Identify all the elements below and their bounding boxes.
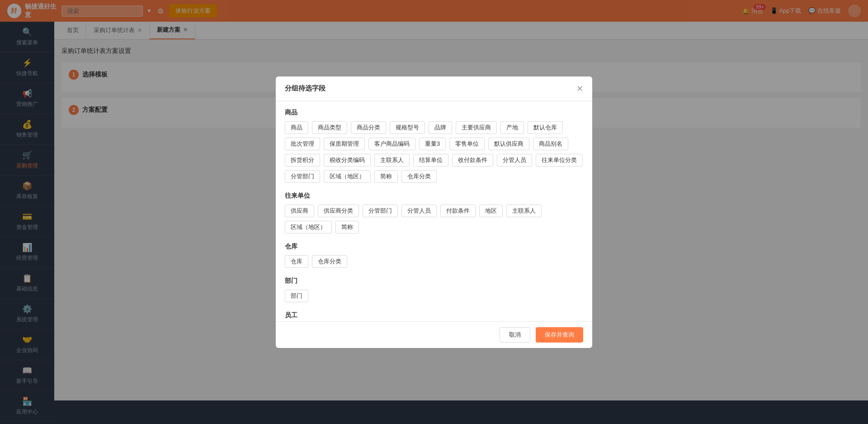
field-tag-default-supplier[interactable]: 默认供应商 [488,138,529,150]
field-tag-short-name2[interactable]: 简称 [335,221,359,233]
dialog-footer: 取消 保存并查询 [276,321,592,348]
field-tag-customer-code[interactable]: 客户商品编码 [368,138,415,150]
field-tag-product[interactable]: 商品 [285,121,308,134]
field-tag-region[interactable]: 地区 [479,205,503,217]
field-tag-unpack-points[interactable]: 拆货积分 [285,154,320,167]
field-tag-batch-mgmt[interactable]: 批次管理 [285,138,320,150]
save-query-button[interactable]: 保存并查询 [536,327,583,343]
field-tag-settlement-unit[interactable]: 结算单位 [413,154,448,167]
field-tag-warehouse-type[interactable]: 仓库分类 [312,255,347,268]
field-tag-default-warehouse[interactable]: 默认仓库 [528,121,563,134]
section-product-title: 商品 [285,109,583,117]
field-tag-product-type[interactable]: 商品类型 [312,121,347,134]
field-tag-main-supplier[interactable]: 主要供应商 [456,121,497,134]
field-tag-warehouse[interactable]: 仓库 [285,255,308,268]
field-tag-spec-model[interactable]: 规格型号 [390,121,425,134]
modal-overlay[interactable]: 分组待选字段 ✕ 商品 商品 商品类型 商品分类 规格型号 品牌 主要供应商 产… [0,0,868,424]
section-employee: 员工 业务员 [285,311,583,321]
field-tag-brand[interactable]: 品牌 [429,121,452,134]
section-warehouse-title: 仓库 [285,243,583,251]
field-tag-payment-terms[interactable]: 收付款条件 [452,154,493,167]
field-tag-region-area2[interactable]: 区域（地区） [285,221,332,233]
dialog-header: 分组待选字段 ✕ [276,76,592,101]
section-warehouse: 仓库 仓库 仓库分类 [285,243,583,268]
dialog-close-button[interactable]: ✕ [576,84,583,94]
field-tag-partner-category[interactable]: 往来单位分类 [536,154,583,167]
field-tag-alias[interactable]: 商品别名 [533,138,568,150]
field-tag-expiry-mgmt[interactable]: 保质期管理 [324,138,365,150]
field-tag-partner-supervisor[interactable]: 分管人员 [401,205,437,217]
section-product: 商品 商品 商品类型 商品分类 规格型号 品牌 主要供应商 产地 默认仓库 批次… [285,109,583,183]
field-tag-tax-code[interactable]: 税收分类编码 [324,154,371,167]
field-tag-warehouse-category[interactable]: 仓库分类 [401,170,437,183]
dialog-body: 商品 商品 商品类型 商品分类 规格型号 品牌 主要供应商 产地 默认仓库 批次… [276,101,592,321]
field-tag-dept-mgmt[interactable]: 分管部门 [285,170,320,183]
field-tag-region-area[interactable]: 区域（地区） [324,170,371,183]
field-tag-weight3[interactable]: 重量3 [419,138,446,150]
dialog-title: 分组待选字段 [285,84,326,93]
field-tag-department[interactable]: 部门 [285,290,308,302]
field-tag-payment-condition[interactable]: 付款条件 [440,205,476,217]
field-tag-origin[interactable]: 产地 [500,121,524,134]
partner-field-tags: 供应商 供应商分类 分管部门 分管人员 付款条件 地区 主联系人 区域（地区） … [285,205,583,233]
cancel-button[interactable]: 取消 [500,327,530,343]
department-field-tags: 部门 [285,290,583,302]
field-tag-supplier-category[interactable]: 供应商分类 [318,205,359,217]
field-tag-product-category[interactable]: 商品分类 [351,121,386,134]
field-tag-partner-dept[interactable]: 分管部门 [363,205,398,217]
section-employee-title: 员工 [285,311,583,319]
field-tag-supervisor[interactable]: 分管人员 [497,154,532,167]
section-department: 部门 部门 [285,277,583,302]
field-tag-main-contact2[interactable]: 主联系人 [506,205,542,217]
warehouse-field-tags: 仓库 仓库分类 [285,255,583,268]
section-partner-title: 往来单位 [285,192,583,200]
section-partner: 往来单位 供应商 供应商分类 分管部门 分管人员 付款条件 地区 主联系人 区域… [285,192,583,233]
field-tag-supplier[interactable]: 供应商 [285,205,314,217]
field-tag-retail-unit[interactable]: 零售单位 [449,138,485,150]
field-tag-main-contact[interactable]: 主联系人 [374,154,410,167]
section-department-title: 部门 [285,277,583,285]
field-tag-short-name[interactable]: 简称 [374,170,398,183]
product-field-tags: 商品 商品类型 商品分类 规格型号 品牌 主要供应商 产地 默认仓库 批次管理 … [285,121,583,183]
field-selection-dialog: 分组待选字段 ✕ 商品 商品 商品类型 商品分类 规格型号 品牌 主要供应商 产… [276,76,592,348]
